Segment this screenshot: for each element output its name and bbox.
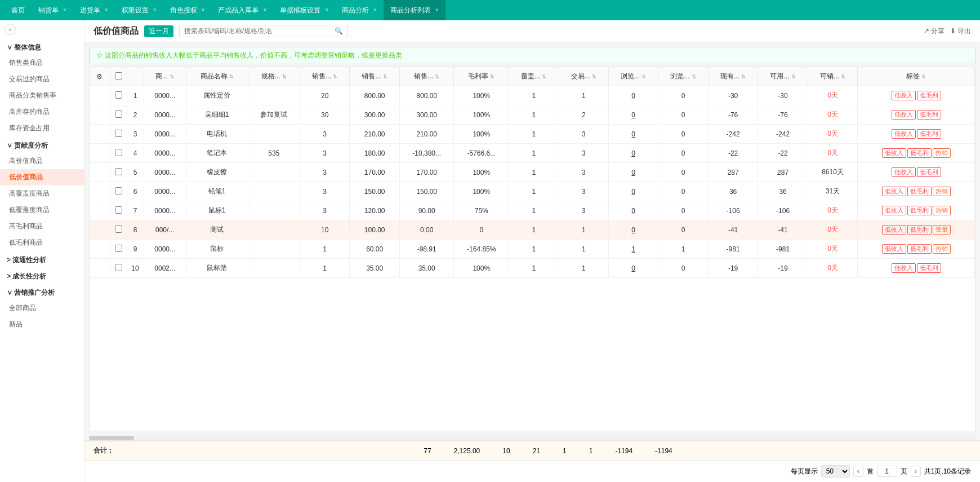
cell-name: 橡皮擦 <box>186 163 248 182</box>
cell-current: -76 <box>708 105 758 125</box>
close-purchase-order[interactable]: × <box>105 0 108 20</box>
nav-home[interactable]: 首页 <box>5 0 32 20</box>
col-tags[interactable]: 标签 ⇅ <box>858 67 975 86</box>
sidebar-item-high-margin[interactable]: 高毛利商品 <box>0 218 84 235</box>
sidebar-item-category-sales-rate[interactable]: 商品分类销售率 <box>0 87 84 104</box>
cell-coverage: 1 <box>509 259 559 278</box>
close-role-auth[interactable]: × <box>202 0 205 20</box>
col-available[interactable]: 可用... ⇅ <box>758 67 808 86</box>
col-sales3[interactable]: 销售... ⇅ <box>399 67 454 86</box>
cell-margin: 100% <box>454 182 509 201</box>
cell-code: 0000... <box>144 144 186 163</box>
close-template-settings[interactable]: × <box>325 0 328 20</box>
sidebar-item-high-value[interactable]: 高价值商品 <box>0 153 84 169</box>
first-page-btn[interactable]: ‹ <box>853 466 863 477</box>
sidebar-item-sales-category[interactable]: 销售类商品 <box>0 55 84 71</box>
cell-views1[interactable]: 0 <box>608 220 658 240</box>
col-margin[interactable]: 毛利率 ⇅ <box>454 67 509 86</box>
share-button[interactable]: ↗ 分享 <box>924 26 945 36</box>
cell-views1[interactable]: 0 <box>608 182 658 201</box>
nav-permission[interactable]: 权限设置 × <box>115 0 163 20</box>
col-current[interactable]: 现有... ⇅ <box>708 67 758 86</box>
cell-spec <box>248 182 300 201</box>
sidebar-item-low-coverage[interactable]: 低覆盖度商品 <box>0 202 84 218</box>
cell-views1[interactable]: 0 <box>608 163 658 182</box>
search-icon[interactable]: 🔍 <box>335 27 343 35</box>
close-product-analysis[interactable]: × <box>373 0 377 20</box>
cell-checkbox[interactable] <box>110 201 127 220</box>
sidebar-item-traded[interactable]: 交易过的商品 <box>0 71 84 87</box>
cell-views1[interactable]: 0 <box>608 105 658 125</box>
cell-checkbox[interactable] <box>110 259 127 278</box>
col-name[interactable]: 商品名称 ⇅ <box>186 67 248 86</box>
cell-trade: 3 <box>559 144 608 163</box>
sidebar-item-new-products[interactable]: 新品 <box>0 316 84 333</box>
cell-checkbox[interactable] <box>110 86 127 105</box>
col-sales2[interactable]: 销售... ⇅ <box>350 67 399 86</box>
sidebar-item-low-value[interactable]: 低价值商品 <box>0 169 84 185</box>
data-table-container: ⚙ 商... ⇅ 商品名称 ⇅ 规格... ⇅ 销售... ⇅ 销售... ⇅ … <box>89 67 975 431</box>
export-button[interactable]: ⬇ 导出 <box>950 26 971 36</box>
cell-sales3: 210.00 <box>399 125 454 144</box>
col-coverage[interactable]: 覆盖... ⇅ <box>509 67 559 86</box>
current-page-input[interactable] <box>877 466 897 477</box>
cell-checkbox[interactable] <box>110 105 127 125</box>
search-box: 🔍 <box>179 25 348 37</box>
sidebar-item-high-stock[interactable]: 高库存的商品 <box>0 104 84 120</box>
select-all-checkbox[interactable] <box>115 72 122 79</box>
nav-product-analysis[interactable]: 商品分析 × <box>335 0 384 20</box>
cell-checkbox[interactable] <box>110 182 127 201</box>
sidebar-item-low-margin[interactable]: 低毛利商品 <box>0 235 84 251</box>
horizontal-scrollbar[interactable] <box>89 436 975 440</box>
cell-checkbox[interactable] <box>110 240 127 259</box>
cell-index: 9 <box>127 240 144 259</box>
col-settings[interactable]: ⚙ <box>90 67 110 86</box>
close-permission[interactable]: × <box>153 0 157 20</box>
sidebar-item-stock-fund[interactable]: 库存资金占用 <box>0 120 84 136</box>
col-sellable[interactable]: 可销... ⇅ <box>808 67 857 86</box>
col-checkbox[interactable] <box>110 67 127 86</box>
nav-purchase-order[interactable]: 进货单 × <box>73 0 115 20</box>
nav-sales-order[interactable]: 销货单 × <box>32 0 73 20</box>
close-product-warehouse[interactable]: × <box>263 0 266 20</box>
search-input[interactable] <box>184 27 335 35</box>
footer-label: 合计： <box>93 446 114 456</box>
per-page-label: 每页显示 <box>791 467 818 476</box>
col-sales1[interactable]: 销售... ⇅ <box>300 67 349 86</box>
nav-role-auth[interactable]: 角色授权 × <box>163 0 212 20</box>
col-spec[interactable]: 规格... ⇅ <box>248 67 300 86</box>
top-navigation: 首页 销货单 × 进货单 × 权限设置 × 角色授权 × 产成品入库单 × 单据… <box>0 0 980 20</box>
cell-checkbox[interactable] <box>110 220 127 240</box>
nav-template-settings[interactable]: 单据模板设置 × <box>273 0 335 20</box>
sidebar-group-growth[interactable]: > 成长性分析 <box>0 267 84 284</box>
footer-sales2: 2,125.00 <box>454 447 480 455</box>
cell-checkbox[interactable] <box>110 144 127 163</box>
col-views2[interactable]: 浏览... ⇅ <box>658 67 708 86</box>
cell-index: 7 <box>127 201 144 220</box>
col-code[interactable]: 商... ⇅ <box>144 67 186 86</box>
nav-product-warehouse[interactable]: 产成品入库单 × <box>211 0 273 20</box>
time-filter-btn[interactable]: 近一月 <box>144 25 173 37</box>
cell-checkbox[interactable] <box>110 125 127 144</box>
next-page-btn[interactable]: › <box>911 466 921 477</box>
sidebar-item-all-products[interactable]: 全部商品 <box>0 300 84 316</box>
sidebar-group-circulation[interactable]: > 流通性分析 <box>0 251 84 267</box>
cell-views1[interactable]: 0 <box>608 144 658 163</box>
col-trade[interactable]: 交易... ⇅ <box>559 67 608 86</box>
cell-views1[interactable]: 0 <box>608 201 658 220</box>
page-unit: 页 <box>901 467 907 476</box>
sidebar-item-high-coverage[interactable]: 高覆盖度商品 <box>0 185 84 202</box>
close-sales-order[interactable]: × <box>63 0 66 20</box>
sidebar-collapse-btn[interactable]: « <box>5 24 16 35</box>
close-analysis-list[interactable]: × <box>435 0 439 20</box>
table-footer: 合计： 77 2,125.00 10 21 1 1 -1194 -1194 <box>84 440 980 460</box>
cell-views1[interactable]: 0 <box>608 125 658 144</box>
nav-analysis-list[interactable]: 商品分析列表 × <box>384 0 446 20</box>
per-page-select[interactable]: 50 100 <box>821 465 850 477</box>
scrollbar-thumb[interactable] <box>89 436 134 440</box>
col-views1[interactable]: 浏览... ⇅ <box>608 67 658 86</box>
cell-views1[interactable]: 0 <box>608 86 658 105</box>
cell-views1[interactable]: 0 <box>608 259 658 278</box>
cell-views1[interactable]: 1 <box>608 240 658 259</box>
cell-checkbox[interactable] <box>110 163 127 182</box>
